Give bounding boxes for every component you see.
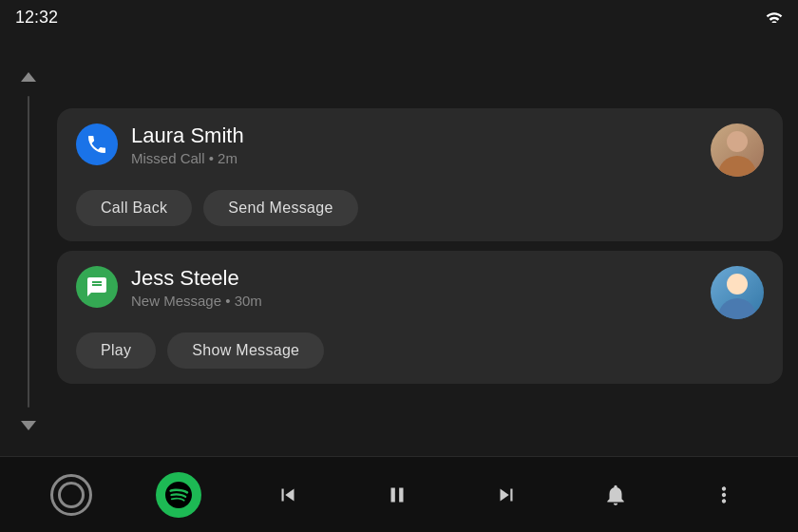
- notifications-area: Laura Smith Missed Call • 2m Call Back S…: [57, 40, 783, 451]
- bell-button[interactable]: [593, 472, 638, 518]
- play-button[interactable]: Play: [76, 332, 156, 369]
- message-subtitle: New Message • 30m: [131, 293, 262, 309]
- avatar-jess: [711, 266, 764, 319]
- phone-icon-circle: [76, 124, 118, 165]
- call-subtitle: Missed Call • 2m: [131, 150, 244, 166]
- spotify-button[interactable]: [156, 472, 201, 518]
- scroll-controls: [19, 48, 38, 456]
- skip-next-button[interactable]: [484, 472, 529, 518]
- send-message-button[interactable]: Send Message: [203, 190, 357, 226]
- caller-name: Laura Smith: [131, 124, 244, 148]
- message-icon-circle: [76, 266, 118, 308]
- skip-prev-button[interactable]: [265, 472, 311, 518]
- scroll-divider: [28, 96, 29, 408]
- status-bar: 12:32: [0, 0, 798, 34]
- scroll-up-arrow[interactable]: [19, 66, 38, 88]
- home-button[interactable]: [50, 474, 92, 516]
- call-actions: Call Back Send Message: [76, 190, 764, 226]
- scroll-down-arrow[interactable]: [19, 415, 38, 437]
- bottom-nav: [0, 456, 798, 532]
- wifi-icon: [766, 10, 783, 26]
- messenger-name: Jess Steele: [131, 266, 262, 291]
- card-info-call: Laura Smith Missed Call • 2m: [131, 124, 244, 166]
- card-header-message: Jess Steele New Message • 30m: [76, 266, 764, 319]
- notification-card-message: Jess Steele New Message • 30m Play Show …: [57, 251, 783, 384]
- pause-button[interactable]: [374, 472, 420, 518]
- show-message-button[interactable]: Show Message: [167, 332, 324, 369]
- card-info-message: Jess Steele New Message • 30m: [131, 266, 262, 309]
- card-header-call: Laura Smith Missed Call • 2m: [76, 124, 764, 177]
- notification-card-call: Laura Smith Missed Call • 2m Call Back S…: [57, 108, 783, 241]
- card-left-call: Laura Smith Missed Call • 2m: [76, 124, 244, 166]
- more-button[interactable]: [701, 472, 747, 518]
- card-left-message: Jess Steele New Message • 30m: [76, 266, 262, 309]
- status-time: 12:32: [15, 8, 58, 28]
- avatar-laura: [711, 124, 764, 177]
- call-back-button[interactable]: Call Back: [76, 190, 192, 226]
- message-actions: Play Show Message: [76, 332, 764, 369]
